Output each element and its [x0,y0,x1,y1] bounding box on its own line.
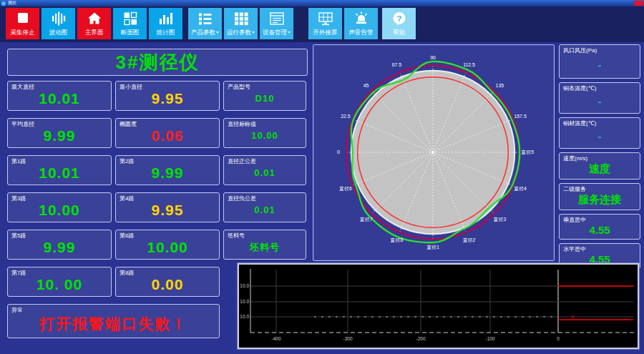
svg-text:-100: -100 [485,336,494,341]
svg-text:直径1: 直径1 [426,245,439,250]
toolbar-button-label: 主界面 [85,29,104,37]
toolbar-button-stop-capture[interactable]: 采集停止 [6,8,39,39]
svg-text:直径4: 直径4 [514,186,527,192]
measurement-box: 最小直径9.95 [115,81,220,111]
svg-text:157.5: 157.5 [514,114,527,119]
status-label: 垂直居中 [563,216,586,224]
measurement-box: 第8路0.00 [115,267,220,297]
toolbar-button-device-manage[interactable]: 设备管理 [260,8,293,39]
status-box: 铜条温度(℃)- [559,82,640,114]
toolbar-button-sound-alarm[interactable]: 声音告警 [344,8,378,39]
measurement-box: 产品型号D10 [223,81,306,111]
grid-icon [232,8,250,29]
toolbar-button-run-params[interactable]: 运行参数 [224,8,258,39]
polar-chart: 022.54567.590112.5135157.5直径5直径4直径3直径2直径… [313,45,554,260]
measurement-box: 直径标称值10.00 [223,118,306,148]
measurement-box: 第4路9.95 [115,192,220,222]
svg-text:-400: -400 [271,336,280,341]
chevron-down-icon [288,31,291,34]
home-icon [85,8,104,29]
measurement-label: 直径负公差 [228,195,256,202]
toolbar-button-section-chart[interactable]: 断面图 [113,8,147,39]
toolbar-button-label: 设备管理 [263,29,291,37]
alarm-box: 异常打开报警端口失败！ [7,304,220,338]
app-icon [1,1,6,6]
svg-text:x: x [571,314,574,319]
svg-text:直径2: 直径2 [463,237,476,243]
svg-text:0: 0 [337,149,340,154]
trend-chart: 10.010.010.0-400-300-200-1000x [239,265,638,348]
measurement-label: 平均直径 [11,120,34,128]
status-box: 垂直居中4.55 [559,214,640,240]
chevron-down-icon [216,31,219,34]
svg-text:45: 45 [364,83,369,88]
svg-text:-200: -200 [416,336,425,341]
toolbar-button-label: 运行参数 [227,29,255,37]
waveform-icon [49,8,68,29]
status-box: 速度(m/s)速度 [559,152,640,180]
measurement-label: 椭圆度 [119,120,137,128]
svg-text:直径8: 直径8 [391,237,404,243]
svg-text:直径6: 直径6 [339,186,352,192]
screen-icon [316,8,335,29]
status-column: 风口风压(Pa)-铜条温度(℃)-铜材温度(℃)-速度(m/s)速度二级服务服务… [559,44,640,269]
svg-text:10.0: 10.0 [240,299,249,304]
toolbar-button-stats-chart[interactable]: 统计图 [149,8,182,39]
measurement-label: 产品型号 [228,83,250,91]
status-label: 水平居中 [563,245,586,253]
toolbar-button-external-screen[interactable]: 开外接屏 [308,8,342,39]
toolbar-button-help[interactable]: ?帮助 [382,8,416,39]
measurement-label: 最小直径 [119,83,142,91]
status-box: 风口风压(Pa)- [559,44,640,79]
toolbar-button-main-screen[interactable]: 主界面 [77,8,111,39]
toolbar-button-product-params[interactable]: 产品参数 [188,8,222,39]
measurement-box: 第5路9.99 [7,230,112,260]
measurement-box: 最大直径10.01 [7,81,112,111]
svg-text:10.0: 10.0 [240,314,249,319]
measurement-box: 第2路9.99 [115,155,220,185]
measurement-label: 直径标称值 [228,120,256,128]
svg-text:22.5: 22.5 [341,114,351,119]
toolbar-button-label: 声音告警 [349,29,374,37]
quad-icon [121,8,140,29]
measurement-box: 第1路10.01 [7,155,112,185]
measurement-box: 直径负公差0.01 [223,192,306,222]
alarm-message: 打开报警端口失败！ [8,305,219,338]
measurement-label: 第8路 [119,269,134,277]
measurement-box: 坯料号坯料号 [223,230,306,260]
stop-icon [14,8,32,29]
trend-chart-panel: 10.010.010.0-400-300-200-1000x [238,263,639,349]
status-label: 铜条温度(℃) [563,84,596,92]
measurement-label: 直径正公差 [228,157,256,165]
measurement-label: 第5路 [11,232,26,240]
chevron-down-icon [252,31,255,34]
alarm-label: 异常 [11,306,23,314]
status-label: 速度(m/s) [563,154,587,162]
measurement-label: 坯料号 [228,232,245,240]
toolbar-button-label: 开外接屏 [313,29,338,37]
svg-text:10.0: 10.0 [240,283,249,288]
svg-text:112.5: 112.5 [463,62,475,67]
svg-text:135: 135 [496,83,504,88]
measurement-label: 第4路 [119,195,134,202]
toolbar-button-wave-chart[interactable]: 波动图 [42,8,75,39]
svg-text:直径5: 直径5 [521,149,534,155]
measurement-box: 平均直径9.99 [7,118,112,148]
window-title: 测径 [8,0,16,6]
measurement-label: 第7路 [11,269,26,277]
app-window: 测径 采集停止波动图主界面断面图统计图产品参数运行参数设备管理开外接屏声音告警?… [0,0,644,354]
toolbar-button-label: 波动图 [49,29,68,37]
close-icon[interactable] [634,1,643,6]
measurement-box: 第7路10. 00 [7,267,112,297]
measurement-label: 第6路 [119,232,134,240]
svg-text:直径7: 直径7 [360,217,373,222]
status-label: 二级服务 [563,185,586,193]
measurement-box: 椭圆度0.06 [115,118,220,148]
list-icon [196,8,215,29]
svg-text:67.5: 67.5 [392,62,402,67]
siren-icon [352,8,371,29]
bar-chart-icon [157,8,175,29]
measurement-box: 第6路10.00 [115,230,220,260]
toolbar: 采集停止波动图主界面断面图统计图产品参数运行参数设备管理开外接屏声音告警?帮助 [6,8,418,39]
toolbar-button-label: 断面图 [121,29,140,37]
